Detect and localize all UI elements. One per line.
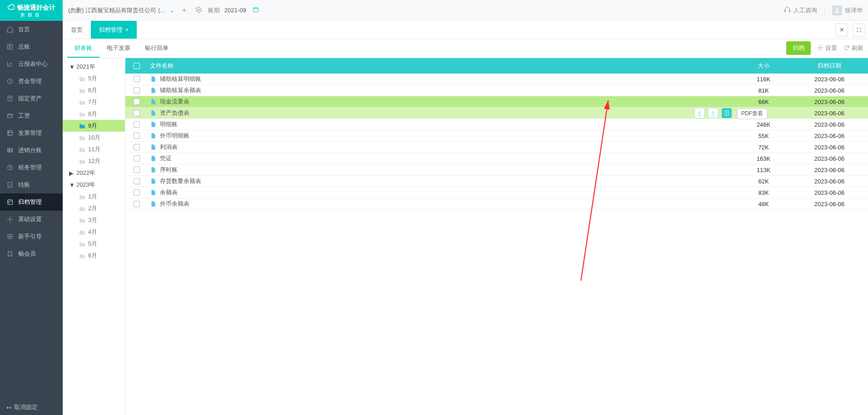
close-icon[interactable]: × [125,27,129,33]
nav-icon [6,43,14,50]
company-selector[interactable]: (勿删) 江西服宝精品有限责任公司 (... [68,6,165,15]
archive-button[interactable]: 归档 [786,41,811,55]
sidebar-item-8[interactable]: 税务管理 [0,159,63,176]
add-button[interactable]: ＋ [179,6,189,15]
sub-tab-bar: 财务账电子发票银行回单 归档 设置 刷新 [63,39,868,58]
row-checkbox[interactable] [134,178,140,184]
file-size: 81K [736,87,791,94]
refresh-button[interactable]: 刷新 [843,44,863,52]
tree-month[interactable]: 9月 [63,120,125,132]
tree-year[interactable]: ▼2021年 [63,61,125,73]
sidebar-item-1[interactable]: 总账 [0,38,63,55]
user-menu[interactable]: 徐泽华 [832,5,863,15]
close-tab-button[interactable]: ✕ [835,24,848,36]
sidebar-item-2[interactable]: 云报表中心 [0,55,63,73]
sidebar-item-3[interactable]: 资金管理 [0,73,63,90]
tree-month[interactable]: 5月 [63,73,125,84]
table-row[interactable]: 外币明细账55K2023-06-06 [125,130,868,142]
table-row[interactable]: 明细账246K2023-06-06 [125,119,868,130]
header-size[interactable]: 大小 [736,62,791,70]
gear-icon[interactable] [193,6,203,15]
sub-tab[interactable]: 银行回单 [138,40,176,58]
table-row[interactable]: 外币余额表48K2023-06-06 [125,198,868,210]
nav-icon [6,181,14,188]
row-checkbox[interactable] [134,76,140,82]
fullscreen-button[interactable] [853,24,865,36]
row-checkbox[interactable] [134,155,140,162]
row-action[interactable] [708,108,718,118]
table-row[interactable]: 序时账113K2023-06-06 [125,164,868,176]
tree-month[interactable]: 8月 [63,108,125,120]
tree-month[interactable]: 2月 [63,203,125,214]
consult-button[interactable]: 人工咨询 [784,6,817,15]
table-row[interactable]: 辅助核算明细账116K2023-06-06 [125,74,868,85]
sidebar-item-9[interactable]: 结账 [0,176,63,193]
file-date: 2023-06-06 [791,144,868,151]
row-checkbox[interactable] [134,121,140,128]
sidebar-item-7[interactable]: 进销台账 [0,142,63,159]
tree-month[interactable]: 1月 [63,191,125,203]
sidebar-item-13[interactable]: 畅会员 [0,245,63,262]
page-tab-label: 归档管理 [99,26,123,34]
sidebar-item-6[interactable]: 发票管理 [0,124,63,142]
row-checkbox[interactable] [134,167,140,173]
tree-year[interactable]: ▶2022年 [63,167,125,179]
page-tab[interactable]: 归档管理× [91,21,137,39]
table-row[interactable]: 资产负债表1K2023-06-06PDF查看 [125,108,868,119]
tree-month[interactable]: 6月 [63,84,125,96]
row-checkbox[interactable] [134,201,140,207]
table-row[interactable]: 利润表72K2023-06-06 [125,142,868,153]
row-checkbox[interactable] [134,99,140,105]
table-row[interactable]: 存货数量余额表62K2023-06-06 [125,176,868,187]
brand: 畅捷通好会计 旗舰版 [0,0,63,21]
row-action[interactable] [694,108,704,118]
nav-icon [6,164,14,171]
tree-month[interactable]: 3月 [63,214,125,226]
row-checkbox[interactable] [134,110,140,116]
sub-tab[interactable]: 财务账 [67,40,99,58]
folder-icon [79,253,85,258]
row-checkbox[interactable] [134,144,140,150]
tree-year[interactable]: ▼2023年 [63,179,125,191]
table-row[interactable]: 辅助核算余额表81K2023-06-06 [125,85,868,96]
row-action[interactable] [722,108,732,118]
table-row[interactable]: 凭证163K2023-06-06 [125,153,868,164]
cancel-fix-button[interactable]: ↤ 取消固定 [0,400,63,415]
sub-tab[interactable]: 电子发票 [99,40,138,58]
svg-rect-5 [8,148,13,152]
table-row[interactable]: 现金流量表66K2023-06-06 [125,96,868,108]
select-all-checkbox[interactable] [134,63,140,69]
nav-icon [6,198,14,206]
file-icon [150,99,156,105]
row-checkbox[interactable] [134,189,140,196]
sidebar-item-4[interactable]: 固定资产 [0,90,63,107]
chevron-down-icon[interactable]: ⌄ [169,7,174,14]
file-name: 外币明细账 [160,132,189,140]
row-checkbox[interactable] [134,133,140,139]
brand-edition: 旗舰版 [20,12,42,18]
sidebar-item-11[interactable]: 基础设置 [0,211,63,228]
tree-month[interactable]: 10月 [63,132,125,143]
sidebar-item-5[interactable]: 工资 [0,107,63,124]
folder-icon [79,158,85,164]
header-date[interactable]: 归档日期 [791,62,868,70]
tree-month[interactable]: 12月 [63,155,125,167]
sidebar-item-12[interactable]: 新手引导 [0,228,63,245]
sidebar-item-10[interactable]: 归档管理 [0,193,63,211]
sidebar-item-0[interactable]: 首页 [0,21,63,38]
tree-month[interactable]: 7月 [63,96,125,108]
file-table: 文件名称 大小 归档日期 辅助核算明细账116K2023-06-06辅助核算余额… [125,58,868,415]
tree-month[interactable]: 11月 [63,143,125,155]
settings-button[interactable]: 设置 [817,44,837,52]
file-date: 2023-06-06 [791,110,868,117]
calendar-icon[interactable] [253,6,259,14]
table-row[interactable]: 余额表83K2023-06-06 [125,187,868,198]
tree-month[interactable]: 4月 [63,226,125,238]
row-checkbox[interactable] [134,87,140,94]
tree-month[interactable]: 5月 [63,238,125,250]
sidebar-item-label: 进销台账 [18,146,42,154]
page-tab[interactable]: 首页 [63,21,91,39]
tree-month[interactable]: 6月 [63,250,125,262]
header-name[interactable]: 文件名称 [148,62,736,70]
period-value[interactable]: 2021-09 [224,7,246,14]
